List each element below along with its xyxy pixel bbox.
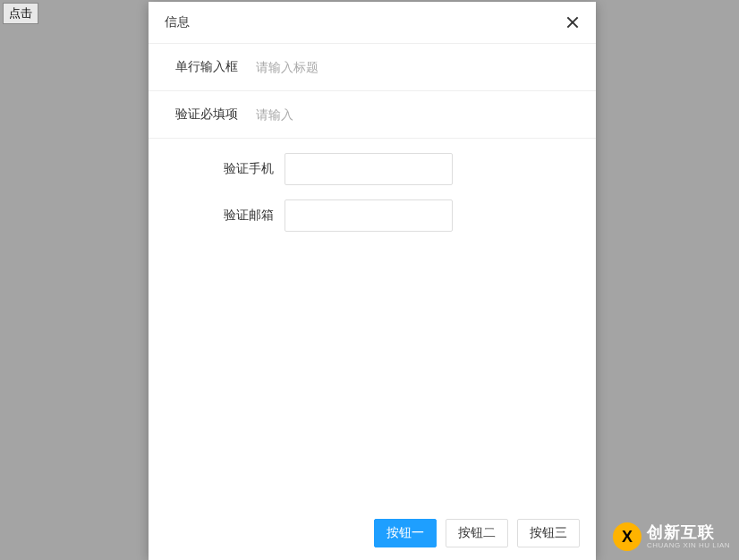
email-input[interactable] — [285, 199, 453, 232]
modal-overlay: 信息 单行输入框 验证必填项 验证手机 验证邮箱 按钮一 — [0, 0, 739, 560]
brand-text: 创新互联 CHUANG XIN HU LIAN — [647, 524, 730, 550]
brand-name-cn: 创新互联 — [647, 524, 730, 542]
brand-watermark: 创新互联 CHUANG XIN HU LIAN — [613, 522, 730, 551]
modal: 信息 单行输入框 验证必填项 验证手机 验证邮箱 按钮一 — [149, 2, 596, 560]
field-label: 验证必填项 — [149, 106, 247, 123]
modal-header: 信息 — [149, 2, 596, 44]
field-email: 验证邮箱 — [149, 192, 596, 239]
required-input[interactable] — [247, 91, 596, 138]
field-single-line: 单行输入框 — [149, 44, 596, 91]
field-label: 单行输入框 — [149, 59, 247, 75]
brand-logo-icon — [613, 522, 641, 551]
modal-title: 信息 — [165, 14, 190, 30]
modal-body: 单行输入框 验证必填项 验证手机 验证邮箱 — [149, 44, 596, 508]
modal-footer: 按钮一 按钮二 按钮三 — [149, 508, 596, 560]
button-secondary[interactable]: 按钮二 — [446, 519, 508, 547]
button-tertiary[interactable]: 按钮三 — [517, 519, 580, 547]
phone-input[interactable] — [285, 153, 453, 185]
single-line-input[interactable] — [247, 44, 596, 90]
field-required: 验证必填项 — [149, 91, 596, 139]
brand-name-en: CHUANG XIN HU LIAN — [647, 542, 730, 550]
close-icon[interactable] — [565, 15, 580, 30]
button-primary[interactable]: 按钮一 — [374, 519, 437, 547]
field-phone: 验证手机 — [149, 146, 596, 192]
field-label: 验证手机 — [149, 161, 285, 177]
field-label: 验证邮箱 — [149, 208, 285, 224]
